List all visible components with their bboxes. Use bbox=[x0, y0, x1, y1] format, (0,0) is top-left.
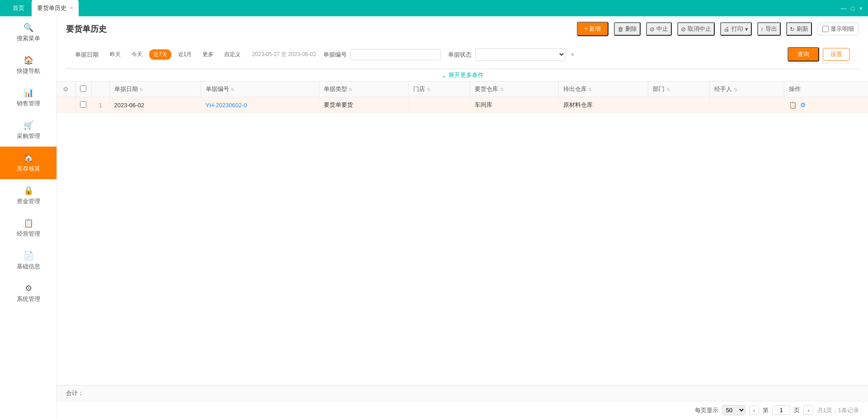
print-button[interactable]: 🖨 打印 ▾ bbox=[720, 22, 752, 36]
window-controls: — □ × bbox=[841, 5, 863, 12]
next-page-btn[interactable]: › bbox=[803, 405, 813, 415]
inventory-icon: 🏠 bbox=[24, 153, 33, 163]
wait-warehouse-sort-icon[interactable]: ⇅ bbox=[588, 87, 592, 92]
last1month-btn[interactable]: 近1月 bbox=[174, 49, 196, 60]
td-num: 1 bbox=[91, 97, 109, 113]
handler-sort-icon[interactable]: ⇅ bbox=[734, 87, 737, 92]
prev-page-btn[interactable]: ‹ bbox=[749, 405, 759, 415]
sidebar-item-system[interactable]: ⚙ 系统管理 bbox=[0, 277, 57, 309]
minimize-icon[interactable]: — bbox=[841, 5, 847, 12]
stop-button[interactable]: ⊘ 中止 bbox=[646, 22, 672, 36]
row-checkbox[interactable] bbox=[80, 101, 86, 108]
sidebar: 🔍 搜索菜单 🏠 快捷导航 📊 销售管理 🛒 采购管理 🏠 库存核算 🔒 资金管… bbox=[0, 16, 57, 419]
th-req-warehouse: 要货仓库 ⇅ bbox=[470, 81, 558, 97]
th-date: 单据日期 ⇅ bbox=[109, 81, 201, 97]
th-check bbox=[75, 81, 91, 97]
sidebar-label-system: 系统管理 bbox=[17, 295, 40, 303]
quick-nav-icon: 🏠 bbox=[24, 55, 33, 65]
window-close-icon[interactable]: × bbox=[859, 5, 863, 12]
order-no-label: 单据编号 bbox=[323, 51, 347, 59]
delete-icon: 🗑 bbox=[618, 26, 623, 33]
td-store bbox=[409, 97, 470, 113]
expand-more-btn[interactable]: ⌄ 展开更多条件 bbox=[442, 71, 484, 79]
sidebar-item-purchase[interactable]: 🛒 采购管理 bbox=[0, 114, 57, 147]
sidebar-item-operations[interactable]: 📋 经营管理 bbox=[0, 212, 57, 244]
delete-button[interactable]: 🗑 删除 bbox=[614, 22, 641, 36]
th-operation: 操作 bbox=[784, 81, 868, 97]
system-icon: ⚙ bbox=[25, 283, 32, 293]
filter-row: 单据日期 昨天 今天 近7天 近1月 更多 自定义 2023-05-27 至 2… bbox=[66, 41, 859, 69]
toolbar: + 新增 🗑 删除 ⊘ 中止 ⊘ 取消中止 🖨 打 bbox=[577, 22, 859, 36]
custom-btn[interactable]: 自定义 bbox=[220, 49, 245, 60]
edit-action-icon[interactable]: ⚙ bbox=[800, 101, 806, 109]
th-dept-label: 部门 bbox=[653, 86, 665, 92]
store-sort-icon[interactable]: ⇅ bbox=[427, 87, 430, 92]
date-sort-icon[interactable]: ⇅ bbox=[139, 87, 143, 92]
req-warehouse-sort-icon[interactable]: ⇅ bbox=[500, 87, 504, 92]
dept-sort-icon[interactable]: ⇅ bbox=[666, 87, 670, 92]
stop-icon: ⊘ bbox=[650, 26, 655, 33]
date-range-display: 2023-05-27 至 2023-06-02 bbox=[252, 51, 316, 58]
page-title: 要货单历史 bbox=[66, 24, 107, 34]
table-area: ⚙ 单据日期 ⇅ 单据编号 ⇅ bbox=[57, 81, 868, 385]
filter-actions: 查询 设置 bbox=[788, 45, 850, 64]
yesterday-btn[interactable]: 昨天 bbox=[106, 49, 125, 60]
expand-more-row: ⌄ 展开更多条件 bbox=[66, 69, 859, 81]
export-icon: ↑ bbox=[761, 26, 764, 33]
sidebar-item-finance[interactable]: 🔒 资金管理 bbox=[0, 179, 57, 212]
order-no-sort-icon[interactable]: ⇅ bbox=[231, 87, 234, 92]
page-unit-label: 页 bbox=[794, 406, 800, 414]
sidebar-label-search-menu: 搜索菜单 bbox=[17, 34, 40, 43]
refresh-icon: ↻ bbox=[790, 26, 795, 33]
footer-sum: 合计： bbox=[57, 385, 868, 401]
order-type-sort-icon[interactable]: ⇅ bbox=[349, 87, 352, 92]
table-body: 1 2023-06-02 YH-20230602-0 要货单要货 bbox=[57, 97, 868, 113]
select-all-checkbox[interactable] bbox=[80, 86, 86, 92]
today-btn[interactable]: 今天 bbox=[127, 49, 146, 60]
display-detail-checkbox[interactable] bbox=[822, 26, 829, 32]
query-button[interactable]: 查询 bbox=[788, 47, 819, 62]
new-button[interactable]: + 新增 bbox=[577, 22, 608, 36]
table-row: 1 2023-06-02 YH-20230602-0 要货单要货 bbox=[57, 97, 868, 113]
refresh-button[interactable]: ↻ 刷新 bbox=[786, 22, 812, 36]
td-date: 2023-06-02 bbox=[109, 97, 201, 113]
total-info: 共1页，1条记录 bbox=[817, 406, 859, 414]
per-page-select[interactable]: 50 100 bbox=[722, 405, 745, 415]
maximize-icon[interactable]: □ bbox=[851, 5, 855, 12]
tab-home[interactable]: 首页 bbox=[5, 0, 32, 16]
sidebar-item-inventory[interactable]: 🏠 库存核算 bbox=[0, 147, 57, 179]
settings-button[interactable]: 设置 bbox=[823, 48, 850, 61]
order-no-input[interactable] bbox=[350, 49, 441, 60]
view-action-icon[interactable]: 📋 bbox=[789, 101, 797, 109]
date-filter-buttons: 昨天 今天 近7天 近1月 更多 自定义 bbox=[106, 49, 245, 60]
cancel-stop-button[interactable]: ⊘ 取消中止 bbox=[677, 22, 715, 36]
export-button[interactable]: ↑ 导出 bbox=[757, 22, 781, 36]
main-content: 要货单历史 + 新增 🗑 删除 ⊘ 中止 ⊘ 取消中止 bbox=[57, 16, 868, 419]
close-tab-icon[interactable]: × bbox=[70, 5, 73, 11]
th-store: 门店 ⇅ bbox=[409, 81, 470, 97]
th-dept: 部门 ⇅ bbox=[648, 81, 710, 97]
status-dropdown-icon: ▾ bbox=[571, 51, 574, 58]
last7days-btn[interactable]: 近7天 bbox=[149, 49, 171, 60]
sidebar-item-search-menu[interactable]: 🔍 搜索菜单 bbox=[0, 16, 57, 49]
display-detail-button[interactable]: 显示明细 bbox=[817, 23, 859, 35]
sidebar-label-basic-info: 基础信息 bbox=[17, 262, 40, 271]
header-row: ⚙ 单据日期 ⇅ 单据编号 ⇅ bbox=[57, 81, 868, 97]
more-btn[interactable]: 更多 bbox=[198, 49, 217, 60]
purchase-icon: 🛒 bbox=[24, 120, 33, 130]
column-settings-icon[interactable]: ⚙ bbox=[63, 86, 69, 93]
tab-active[interactable]: 要货单历史 × bbox=[32, 0, 79, 16]
status-select[interactable] bbox=[475, 48, 566, 61]
sidebar-item-sales[interactable]: 📊 销售管理 bbox=[0, 81, 57, 114]
sidebar-item-basic-info[interactable]: 📄 基础信息 bbox=[0, 244, 57, 277]
sidebar-label-finance: 资金管理 bbox=[17, 197, 40, 205]
sales-icon: 📊 bbox=[24, 88, 33, 98]
order-no-link[interactable]: YH-20230602-0 bbox=[206, 102, 247, 109]
sidebar-item-quick-nav[interactable]: 🏠 快捷导航 bbox=[0, 49, 57, 81]
page-number-input[interactable] bbox=[772, 405, 790, 415]
action-icons: 📋 ⚙ bbox=[789, 101, 863, 109]
finance-icon: 🔒 bbox=[24, 186, 33, 195]
td-check bbox=[75, 97, 91, 113]
table-header: ⚙ 单据日期 ⇅ 单据编号 ⇅ bbox=[57, 81, 868, 97]
td-dept bbox=[648, 97, 710, 113]
